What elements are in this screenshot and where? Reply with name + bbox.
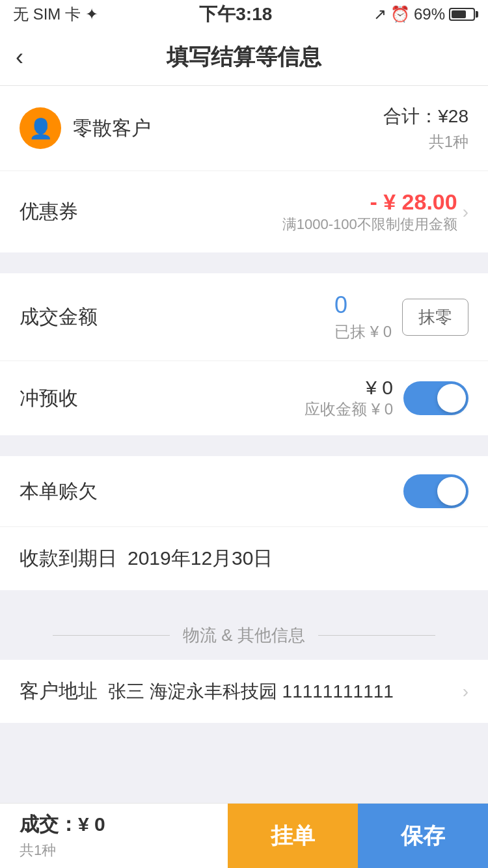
battery-percent: 69% <box>414 5 445 23</box>
coupon-label: 优惠券 <box>20 198 78 225</box>
avatar-icon: 👤 <box>29 117 53 140</box>
debit-card: 本单赊欠 收款到期日 2019年12月30日 <box>0 456 488 590</box>
deal-label: 成交： <box>20 813 78 835</box>
transaction-card: 成交金额 0 已抹 ¥ 0 抹零 冲预收 ¥ 0 应收金额 ¥ 0 <box>0 273 488 435</box>
divider-line-right <box>318 635 435 636</box>
deal-amount: ¥ 0 <box>78 813 105 835</box>
precharge-main-value: ¥ 0 <box>305 377 393 399</box>
no-sim-label: 无 SIM 卡 ✦ <box>13 4 98 25</box>
battery-icon <box>449 8 475 21</box>
address-value: 张三 海淀永丰科技园 11111111111 <box>108 679 452 704</box>
precharge-row: 冲预收 ¥ 0 应收金额 ¥ 0 <box>0 360 488 435</box>
customer-row: 👤 零散客户 合计：¥28 共1种 <box>0 86 488 170</box>
logistics-section-header: 物流 & 其他信息 <box>0 611 488 660</box>
logistics-divider: 物流 & 其他信息 <box>0 624 488 647</box>
precharge-toggle[interactable] <box>403 381 468 415</box>
status-left: 无 SIM 卡 ✦ <box>13 4 98 25</box>
customer-name: 零散客户 <box>73 115 151 142</box>
hold-order-button[interactable]: 挂单 <box>228 804 358 869</box>
coupon-right: - ¥ 28.00 满1000-100不限制使用金额 › <box>282 189 468 234</box>
section-divider-1 <box>0 263 488 273</box>
due-date-row: 收款到期日 2019年12月30日 <box>0 526 488 590</box>
bottom-summary: 成交：¥ 0 共1种 <box>0 811 228 860</box>
transaction-label: 成交金额 <box>20 304 98 331</box>
chevron-right-icon: › <box>463 202 468 223</box>
location-icon: ↗ <box>373 5 386 23</box>
debit-toggle[interactable] <box>403 474 468 508</box>
due-date-label: 收款到期日 <box>20 545 117 572</box>
section-divider-2 <box>0 446 488 456</box>
page-title: 填写结算等信息 <box>167 42 321 72</box>
coupon-amount: - ¥ 28.00 <box>282 189 457 215</box>
logistics-label: 物流 & 其他信息 <box>183 624 305 647</box>
coupon-info: - ¥ 28.00 满1000-100不限制使用金额 <box>282 189 457 234</box>
transaction-value: 0 <box>334 292 392 319</box>
bottom-bar: 成交：¥ 0 共1种 挂单 保存 <box>0 803 488 868</box>
precharge-sub-value: 应收金额 ¥ 0 <box>305 399 393 420</box>
due-date-value: 2019年12月30日 <box>128 545 273 572</box>
bottom-deal: 成交：¥ 0 <box>20 811 208 838</box>
transaction-row: 成交金额 0 已抹 ¥ 0 抹零 <box>0 273 488 360</box>
alarm-icon: ⏰ <box>390 5 410 23</box>
item-count: 共1种 <box>383 131 468 152</box>
address-row[interactable]: 客户地址 张三 海淀永丰科技园 11111111111 › <box>0 660 488 723</box>
precharge-label: 冲预收 <box>20 385 78 412</box>
precharge-values: ¥ 0 应收金额 ¥ 0 <box>305 377 393 420</box>
status-right: ↗ ⏰ 69% <box>373 5 475 23</box>
customer-left: 👤 零散客户 <box>20 107 151 149</box>
total-amount: 合计：¥28 <box>383 104 468 129</box>
precharge-right: ¥ 0 应收金额 ¥ 0 <box>305 377 468 420</box>
battery-fill <box>452 10 466 18</box>
customer-total: 合计：¥28 共1种 <box>383 104 468 152</box>
debit-label: 本单赊欠 <box>20 478 98 505</box>
address-card: 客户地址 张三 海淀永丰科技园 11111111111 › <box>0 660 488 723</box>
round-zero-button[interactable]: 抹零 <box>402 299 468 336</box>
customer-card: 👤 零散客户 合计：¥28 共1种 优惠券 - ¥ 28.00 满1000-10… <box>0 86 488 252</box>
back-button[interactable]: ‹ <box>16 44 23 71</box>
bottom-spacer <box>0 733 488 811</box>
coupon-row[interactable]: 优惠券 - ¥ 28.00 满1000-100不限制使用金额 › <box>0 170 488 252</box>
transaction-right: 0 已抹 ¥ 0 抹零 <box>334 292 468 342</box>
debit-toggle-knob <box>437 477 466 506</box>
save-button[interactable]: 保存 <box>358 804 488 869</box>
coupon-description: 满1000-100不限制使用金额 <box>282 215 457 234</box>
debit-row: 本单赊欠 <box>0 456 488 526</box>
transaction-sub: 已抹 ¥ 0 <box>334 321 392 342</box>
nav-bar: ‹ 填写结算等信息 <box>0 29 488 86</box>
divider-line-left <box>53 635 170 636</box>
address-chevron-icon: › <box>463 681 468 702</box>
bottom-item-count: 共1种 <box>20 841 208 860</box>
toggle-knob <box>437 384 466 413</box>
transaction-value-group: 0 已抹 ¥ 0 <box>334 292 392 342</box>
status-time: 下午3:18 <box>199 2 272 27</box>
status-bar: 无 SIM 卡 ✦ 下午3:18 ↗ ⏰ 69% <box>0 0 488 29</box>
section-divider-3 <box>0 601 488 611</box>
avatar: 👤 <box>20 107 61 149</box>
address-label: 客户地址 <box>20 678 98 705</box>
